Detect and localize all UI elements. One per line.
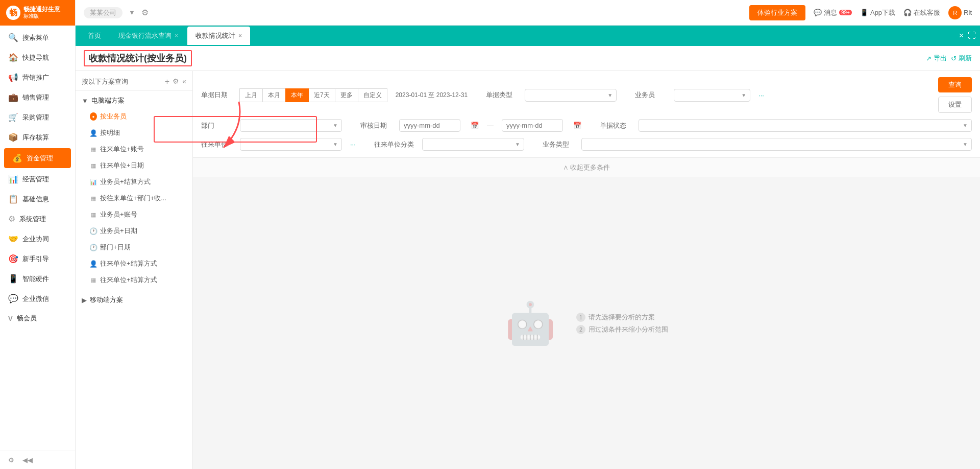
online-service-button[interactable]: 🎧 在线客服 <box>903 8 940 17</box>
schema-item-salesperson-payment[interactable]: 📊 业务员+结算方式 <box>76 174 192 190</box>
sidebar-item-inventory[interactable]: 📦 库存核算 <box>0 127 75 147</box>
sidebar-item-member[interactable]: V 畅会员 <box>0 309 75 328</box>
review-date-to[interactable] <box>502 119 563 132</box>
sidebar-item-sales[interactable]: 💼 销售管理 <box>0 87 75 107</box>
sidebar-item-system[interactable]: ⚙ 系统管理 <box>0 209 75 229</box>
sidebar-item-enterprise[interactable]: 🤝 企业协同 <box>0 229 75 249</box>
schema-item-label: 部门+日期 <box>100 243 131 252</box>
schema-group-desktop[interactable]: ▼ 电脑端方案 <box>76 93 192 108</box>
export-button[interactable]: ↗ 导出 <box>926 54 947 63</box>
date-btn-this-year[interactable]: 本年 <box>285 88 309 102</box>
export-label: 导出 <box>934 54 947 63</box>
collapse-panel-button[interactable]: « <box>182 77 186 86</box>
sidebar-item-basic[interactable]: 📋 基础信息 <box>0 189 75 209</box>
date-btn-7days[interactable]: 近7天 <box>308 88 335 102</box>
date-range-text: 2023-01-01 至 2023-12-31 <box>396 91 468 100</box>
salesperson-label: 业务员 <box>635 90 666 100</box>
schema-item-salesperson-date[interactable]: 🕐 业务员+日期 <box>76 223 192 239</box>
dropdown-icon[interactable]: ▼ <box>129 9 135 16</box>
partner-more-btn[interactable]: ··· <box>350 140 356 148</box>
group-expand-icon: ▼ <box>82 97 88 105</box>
business-type-select-wrap <box>581 138 972 151</box>
mobile-expand-icon: ▶ <box>82 296 87 304</box>
settings-button[interactable]: 设置 <box>938 97 972 113</box>
partner-select[interactable] <box>240 138 342 151</box>
sidebar-item-label: 营销推广 <box>22 73 49 82</box>
user-menu[interactable]: R Rit <box>948 6 972 19</box>
sidebar-item-shortcut[interactable]: 🏠 快捷导航 <box>0 48 75 67</box>
logo-icon: 畅 <box>6 6 20 20</box>
salesperson-select[interactable] <box>674 89 750 102</box>
voucher-type-label: 单据类型 <box>486 90 517 100</box>
schema-item-partner-payment2[interactable]: ▦ 往来单位+结算方式 <box>76 272 192 288</box>
purchase-icon: 🛒 <box>8 112 18 122</box>
finance-icon: 💰 <box>12 153 22 163</box>
date-btn-more[interactable]: 更多 <box>335 88 358 102</box>
schema-item-partner-dept[interactable]: ▦ 按往来单位+部门+收... <box>76 190 192 206</box>
schema-item-dept-date[interactable]: 🕐 部门+日期 <box>76 239 192 255</box>
sidebar-item-wechat[interactable]: 💬 企业微信 <box>0 289 75 309</box>
schema-item-label: 业务员+账号 <box>100 210 137 219</box>
department-select-wrap <box>240 119 342 132</box>
schema-item-partner-account[interactable]: ▦ 往来单位+账号 <box>76 141 192 157</box>
tab-home[interactable]: 首页 <box>80 27 109 45</box>
sidebar-item-marketing[interactable]: 📢 营销推广 <box>0 67 75 87</box>
sidebar-item-finance[interactable]: 💰 资金管理 <box>4 148 71 168</box>
status-select[interactable] <box>639 119 972 132</box>
calendar-icon-2[interactable]: 📅 <box>573 122 581 129</box>
settings-footer-icon[interactable]: ⚙ <box>8 456 14 464</box>
sidebar-item-operation[interactable]: 📊 经营管理 <box>0 169 75 189</box>
schema-item-label: 往来单位+结算方式 <box>100 259 157 268</box>
review-date-from[interactable] <box>399 119 460 132</box>
date-btn-last-month[interactable]: 上月 <box>239 88 263 102</box>
sidebar-item-guide[interactable]: 🎯 新手引导 <box>0 249 75 269</box>
sidebar-item-search[interactable]: 🔍 搜索菜单 <box>0 28 75 48</box>
date-btn-this-month[interactable]: 本月 <box>262 88 286 102</box>
calendar-icon-1[interactable]: 📅 <box>471 122 479 129</box>
maximize-button[interactable]: ⛶ <box>968 31 976 40</box>
tab-collection-close[interactable]: × <box>238 32 242 39</box>
collapse-footer-icon[interactable]: ◀◀ <box>22 456 33 464</box>
schema-item-label: 按往来单位+部门+收... <box>100 194 166 203</box>
date-btn-custom[interactable]: 自定义 <box>358 88 387 102</box>
step-1-number: 1 <box>576 313 585 322</box>
department-select[interactable] <box>240 119 342 132</box>
business-type-select[interactable] <box>581 138 972 151</box>
date-separator: — <box>487 122 494 129</box>
partner-type-select[interactable] <box>422 138 524 151</box>
query-button[interactable]: 查询 <box>938 77 972 92</box>
tab-bank-close[interactable]: × <box>175 32 178 39</box>
sidebar-item-hardware[interactable]: 📱 智能硬件 <box>0 269 75 289</box>
sidebar-item-label: 经营管理 <box>22 175 49 184</box>
clock-icon-1: 🕐 <box>90 227 97 235</box>
voucher-type-select[interactable] <box>525 89 617 102</box>
tab-collection[interactable]: 收款情况统计 × <box>187 27 250 45</box>
member-icon: V <box>8 315 13 322</box>
refresh-button[interactable]: ↺ 刷新 <box>951 54 972 63</box>
schema-item-salesperson-account[interactable]: ▦ 业务员+账号 <box>76 206 192 223</box>
tab-bank[interactable]: 现金银行流水查询 × <box>110 27 186 45</box>
left-panel: 按以下方案查询 + ⚙ « ▼ 电脑端方案 ● <box>76 71 193 469</box>
app-download-button[interactable]: 📱 App下载 <box>860 8 895 17</box>
close-window-button[interactable]: × <box>959 31 964 40</box>
settings-header-icon[interactable]: ⚙ <box>141 8 149 17</box>
schema-item-label: 往来单位+日期 <box>100 161 144 170</box>
industry-button[interactable]: 体验行业方案 <box>749 5 805 20</box>
schema-item-partner-payment1[interactable]: 👤 往来单位+结算方式 <box>76 255 192 272</box>
salesperson-more-btn[interactable]: ··· <box>758 91 764 99</box>
salesperson-select-wrap <box>674 89 750 102</box>
collapse-bar[interactable]: ∧ 收起更多条件 <box>193 157 980 177</box>
home-icon: 🏠 <box>8 53 18 62</box>
tab-bar-actions: × ⛶ <box>959 31 976 40</box>
sidebar-item-purchase[interactable]: 🛒 采购管理 <box>0 107 75 127</box>
table-icon-2: ▦ <box>90 162 97 169</box>
logo-sub: 标准版 <box>23 13 60 20</box>
messages-button[interactable]: 💬 消息 99+ <box>814 8 852 17</box>
top-header: 某某公司 ▼ ⚙ 体验行业方案 💬 消息 99+ 📱 App下载 🎧 在线客服 … <box>76 0 980 26</box>
schema-item-partner-date[interactable]: ▦ 往来单位+日期 <box>76 157 192 174</box>
schema-group-mobile[interactable]: ▶ 移动端方案 <box>76 292 192 308</box>
schema-item-detail[interactable]: 👤 按明细 <box>76 125 192 141</box>
schema-item-salesperson[interactable]: ● 按业务员 <box>76 108 192 125</box>
schema-settings-button[interactable]: ⚙ <box>173 77 179 86</box>
add-schema-button[interactable]: + <box>165 77 169 86</box>
